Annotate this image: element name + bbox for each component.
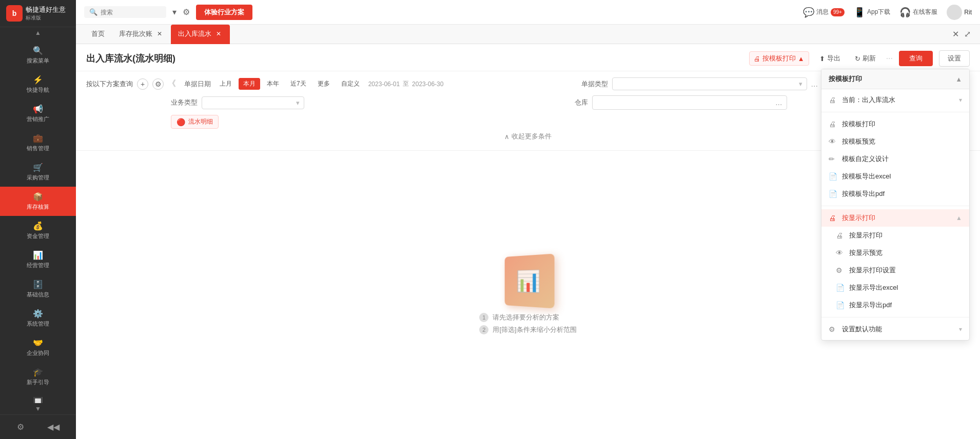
logo-icon: b [6,5,23,22]
filter-label-section: 按以下方案查询 + ⚙ 《 [86,78,176,90]
sidebar-item-purchase[interactable]: 🛒 采购管理 [0,157,76,187]
sidebar-settings-btn[interactable]: ⚙ [15,420,26,434]
template-custom-icon: ✏ [829,155,838,163]
search-input[interactable] [101,9,161,16]
shortcut-custom[interactable]: 自定义 [337,78,364,90]
dropdown-item-template-preview[interactable]: 👁 按模板预览 [821,133,969,150]
print-btn-group[interactable]: 🖨 按模板打印 ▲ [749,51,809,66]
sidebar-item-base[interactable]: 🗄️ 基础信息 [0,274,76,304]
shortcut-more[interactable]: 更多 [313,78,335,90]
dropdown-item-display-print[interactable]: 🖨 按显示打印 [821,227,969,244]
dropdown-item-template-excel[interactable]: 📄 按模板导出excel [821,168,969,185]
tab-close-all-btn[interactable]: ✕ [951,28,960,40]
warehouse-dots[interactable]: ... [775,98,782,107]
voucher-dots[interactable]: ... [811,79,818,89]
date-shortcuts: 上月 本月 本年 近7天 更多 自定义 [215,78,364,90]
tabs-bar: 首页 库存批次账 ✕ 出入库流水 ✕ ✕ ⤢ [76,25,980,44]
sidebar: b 畅捷通好生意 标准版 ▲ 🔍 搜索菜单 ⚡ 快捷导航 📢 营销推广 💼 销售… [0,0,76,439]
export-icon: ⬆ [819,55,825,63]
trial-btn[interactable]: 体验行业方案 [196,5,252,20]
sidebar-item-guide[interactable]: 🎓 新手引导 [0,362,76,391]
avatar [947,5,962,20]
tab-batch[interactable]: 库存批次账 ✕ [112,25,171,44]
voucher-type-select[interactable]: ▾ [612,77,807,90]
dropdown-item-default-settings[interactable]: ⚙ 设置默认功能 ▾ [821,321,969,338]
message-badge: 99+ [831,8,845,16]
display-excel-icon: 📄 [836,284,845,292]
tab-batch-close[interactable]: ✕ [155,30,164,38]
system-nav-icon: ⚙️ [33,309,43,318]
tab-expand-btn[interactable]: ⤢ [963,28,972,40]
display-print-icon: 🖨 [836,231,845,240]
sidebar-item-sales[interactable]: 💼 销售管理 [0,128,76,157]
dropdown-item-template-print[interactable]: 🖨 按模板打印 [821,115,969,133]
sidebar-item-quick[interactable]: ⚡ 快捷导航 [0,70,76,99]
display-settings-icon: ⚙ [836,266,845,274]
dropdown-item-display-pdf[interactable]: 📄 按显示导出pdf [821,296,969,314]
display-pdf-icon: 📄 [836,301,845,309]
dropdown-item-display-excel[interactable]: 📄 按显示导出excel [821,279,969,296]
dropdown-item-template-pdf[interactable]: 📄 按模板导出pdf [821,185,969,203]
sidebar-item-enterprise[interactable]: 🤝 企业协同 [0,333,76,362]
service-icon: 🎧 [899,7,911,18]
filter-settings-btn[interactable]: ⚙ [152,78,164,90]
sidebar-item-operation[interactable]: 📊 经营管理 [0,245,76,274]
tab-home[interactable]: 首页 [84,25,112,44]
current-arrow-icon: ▾ [959,96,962,104]
filter-date-group: 单据日期 上月 本月 本年 近7天 更多 自定义 2023-06-01 至 [184,78,573,90]
dropdown-item-display-settings[interactable]: ⚙ 按显示打印设置 [821,262,969,279]
sidebar-item-system[interactable]: ⚙️ 系统管理 [0,304,76,333]
content-area: 出入库流水(流水明细) 🖨 按模板打印 ▲ ⬆ 导出 ↻ 刷新 [76,44,980,439]
dropdown-default-section: ⚙ 设置默认功能 ▾ [821,318,969,340]
filter-chip-liushui[interactable]: 🔴 流水明细 [171,115,219,129]
divider-1 [821,112,969,112]
sidebar-item-search[interactable]: 🔍 搜索菜单 [0,41,76,70]
sidebar-item-inventory[interactable]: 📦 库存核算 [0,187,76,216]
topbar-dropdown-icon[interactable]: ▾ [172,7,177,17]
dropdown-current-item[interactable]: 🖨 当前：出入库流水 ▾ [821,91,969,109]
query-button[interactable]: 查询 [899,51,933,66]
sidebar-bottom: ⚙ ◀◀ [0,414,76,439]
shortcut-this-year[interactable]: 本年 [262,78,284,90]
sidebar-collapse-btn[interactable]: ◀◀ [45,420,62,434]
dropdown-item-display-preview[interactable]: 👁 按显示预览 [821,244,969,262]
print-dropdown-panel: 按模板打印 ▲ 🖨 当前：出入库流水 ▾ [821,69,970,341]
collapse-more-up-icon: ∧ [504,133,509,141]
shortcut-this-month[interactable]: 本月 [239,78,260,90]
shortcut-last-7-days[interactable]: 近7天 [286,78,311,90]
template-print-icon: 🖨 [829,120,838,128]
warehouse-select[interactable]: ... [592,95,787,110]
business-type-select[interactable]: ▾ [202,96,304,109]
message-btn[interactable]: 💬 消息 99+ [803,7,845,18]
dropdown-item-template-custom[interactable]: ✏ 模板自定义设计 [821,150,969,168]
display-preview-icon: 👁 [836,249,845,257]
tab-flow[interactable]: 出入库流水 ✕ [171,25,230,44]
refresh-btn[interactable]: ↻ 刷新 [851,52,880,65]
app-download-btn[interactable]: 📱 App下载 [854,7,890,18]
marketing-nav-icon: 📢 [33,104,43,114]
shortcut-last-month[interactable]: 上月 [215,78,237,90]
dropdown-header-arrow[interactable]: ▲ [955,75,962,83]
sidebar-item-finance[interactable]: 💰 资金管理 [0,216,76,245]
tab-flow-close[interactable]: ✕ [214,30,223,38]
default-settings-icon: ⚙ [829,325,838,333]
sidebar-logo: b 畅捷通好生意 标准版 [0,0,76,27]
settings-button[interactable]: 设置 [939,50,970,67]
action-more-dots[interactable]: ··· [886,54,893,63]
divider-3 [821,317,969,317]
sidebar-scroll-down[interactable]: ▼ [0,403,76,414]
sidebar-item-apps[interactable]: 🔲 应用中心 [0,391,76,403]
topbar-gear-icon[interactable]: ⚙ [183,7,190,17]
topbar-search-box[interactable]: 🔍 [84,6,166,18]
empty-illustration: 📊 [505,254,555,309]
online-service-btn[interactable]: 🎧 在线客服 [899,7,937,18]
dropdown-item-display-section-header[interactable]: 🖨 按显示打印 ▲ [821,209,969,227]
user-avatar-btn[interactable]: Rit [947,5,972,20]
purchase-nav-icon: 🛒 [33,163,43,172]
filter-collapse-icon[interactable]: 《 [168,78,176,89]
empty-step-2: 2 用[筛选]条件来缩小分析范围 [479,325,576,334]
sidebar-scroll-up[interactable]: ▲ [0,27,76,38]
export-btn[interactable]: ⬆ 导出 [815,52,845,65]
sidebar-item-marketing[interactable]: 📢 营销推广 [0,99,76,128]
filter-add-btn[interactable]: + [137,78,148,90]
